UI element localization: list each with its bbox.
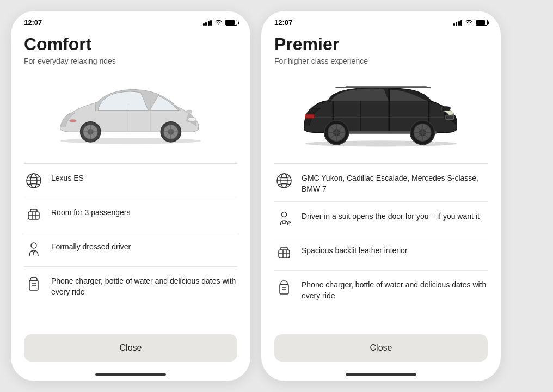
premier-car-model-text: GMC Yukon, Cadillac Escalade, Mercedes S… xyxy=(302,171,488,194)
signal-icon xyxy=(203,20,212,26)
interior-icon xyxy=(274,243,294,263)
car-model-icon xyxy=(24,171,44,191)
premier-feature-car: GMC Yukon, Cadillac Escalade, Mercedes S… xyxy=(274,164,488,202)
comfort-status-icons xyxy=(203,19,238,26)
premier-interior-text: Spacious backlit leather interior xyxy=(302,243,408,256)
battery-icon xyxy=(476,20,488,26)
svg-rect-38 xyxy=(305,114,315,118)
wifi-icon xyxy=(214,19,223,26)
signal-icon xyxy=(453,20,463,26)
premier-extras-text: Phone charger, bottle of water and delic… xyxy=(302,278,488,301)
driver-icon xyxy=(24,240,44,259)
comfort-passengers-text: Room for 3 passengers xyxy=(51,205,131,218)
premier-home-indicator xyxy=(346,373,416,376)
premier-feature-door: Driver in a suit opens the door for you … xyxy=(274,202,488,236)
premier-feature-extras: Phone charger, bottle of water and delic… xyxy=(274,271,488,308)
svg-point-59 xyxy=(282,212,287,217)
premier-door-service-text: Driver in a suit opens the door for you … xyxy=(302,209,480,222)
comfort-subtitle: For everyday relaxing rides xyxy=(24,57,237,65)
comfort-driver-text: Formally dressed driver xyxy=(51,240,131,253)
svg-rect-28 xyxy=(29,280,38,290)
comfort-car-image xyxy=(24,71,237,158)
premier-feature-interior: Spacious backlit leather interior xyxy=(274,236,488,271)
comfort-car-illustration xyxy=(49,82,212,147)
car-model-icon xyxy=(274,171,294,191)
comfort-title: Comfort xyxy=(24,34,237,54)
premier-features-list: GMC Yukon, Cadillac Escalade, Mercedes S… xyxy=(274,164,488,327)
premier-content: Premier For higher class experience xyxy=(261,30,501,327)
door-service-icon xyxy=(274,209,294,229)
premier-time: 12:07 xyxy=(274,19,292,27)
premier-car-image xyxy=(274,71,488,158)
premier-close-area: Close xyxy=(261,327,501,371)
premier-title: Premier xyxy=(274,34,488,54)
premier-status-bar: 12:07 xyxy=(261,11,501,30)
premier-status-icons xyxy=(453,19,488,26)
svg-point-0 xyxy=(60,138,201,144)
comfort-content: Comfort For everyday relaxing rides xyxy=(11,30,250,327)
premier-card: 12:07 Premier For h xyxy=(261,11,501,381)
svg-rect-64 xyxy=(280,284,288,294)
comfort-extras-text: Phone charger, bottle of water and delic… xyxy=(51,274,237,297)
page-wrapper: 12:07 Comfort For e xyxy=(0,0,553,392)
passengers-icon xyxy=(24,205,44,225)
premier-close-button[interactable]: Close xyxy=(274,334,488,362)
comfort-features-list: Lexus ES Room for 3 passengers xyxy=(24,164,237,327)
extras-icon xyxy=(274,278,294,297)
wifi-icon xyxy=(465,19,473,26)
comfort-card: 12:07 Comfort For e xyxy=(11,11,250,381)
svg-rect-37 xyxy=(446,115,454,119)
comfort-home-indicator xyxy=(95,373,166,376)
extras-icon xyxy=(24,274,44,293)
comfort-feature-extras: Phone charger, bottle of water and delic… xyxy=(24,267,237,304)
comfort-feature-car: Lexus ES xyxy=(24,164,237,198)
svg-point-4 xyxy=(69,119,76,122)
svg-point-26 xyxy=(31,243,36,248)
comfort-feature-driver: Formally dressed driver xyxy=(24,232,237,267)
comfort-car-model-text: Lexus ES xyxy=(51,171,84,184)
battery-icon xyxy=(225,20,237,26)
comfort-status-bar: 12:07 xyxy=(11,11,250,30)
premier-subtitle: For higher class experience xyxy=(274,57,488,65)
comfort-close-button[interactable]: Close xyxy=(24,334,237,362)
comfort-feature-passengers: Room for 3 passengers xyxy=(24,198,237,232)
svg-point-3 xyxy=(188,118,196,121)
comfort-close-area: Close xyxy=(11,327,250,371)
comfort-time: 12:07 xyxy=(24,19,42,27)
premier-car-illustration xyxy=(294,79,468,150)
